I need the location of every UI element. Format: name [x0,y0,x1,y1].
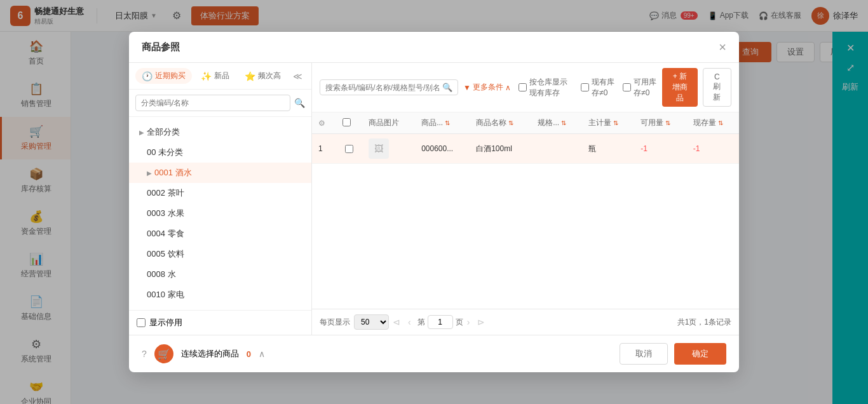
sort-icon-spec: ⇅ [561,119,566,126]
td-image: 🖼 [362,134,416,164]
th-code[interactable]: 商品...⇅ [415,112,470,134]
cat-item-all[interactable]: ▶ 全部分类 [129,122,311,142]
th-spec[interactable]: 规格...⇅ [531,112,582,134]
tab-frequent[interactable]: ⭐ 频次高 [238,68,287,84]
filter-checkboxes: 按仓库显示现有库存 现有库存≠0 可用库存≠0 [519,77,657,98]
sort-icon-name: ⇅ [508,119,513,126]
cat-label-0001: 0001 酒水 [154,167,192,178]
cb-available-stock-label: 可用库存≠0 [634,77,657,98]
help-icon[interactable]: ? [142,349,147,359]
first-page-button[interactable]: ⊲ [389,316,404,328]
category-search-icon[interactable]: 🔍 [294,98,305,108]
selected-count: 0 [247,349,251,359]
td-available: -1 [634,134,686,164]
cb-available-stock[interactable]: 可用库存≠0 [623,77,657,98]
cb-available-stock-input[interactable] [623,83,631,91]
row-checkbox[interactable] [345,145,353,153]
th-image: 商品图片 [362,112,416,134]
cat-item-0002[interactable]: 0002 茶叶 [129,183,311,203]
td-code: 000600... [415,134,470,164]
cat-label-all: 全部分类 [147,126,180,138]
cat-item-0010[interactable]: 0010 家电 [129,285,311,305]
product-search-input[interactable] [325,83,440,92]
search-icon[interactable]: 🔍 [442,83,452,92]
cb-warehouse[interactable]: 按仓库显示现有库存 [519,77,573,98]
cb-warehouse-input[interactable] [519,83,527,91]
cart-button[interactable]: 🛒 [154,344,173,363]
star-icon: ⭐ [245,71,255,81]
td-checkbox [336,134,362,164]
modal-left-panel: 🕐 近期购买 ✨ 新品 ⭐ 频次高 ≪ 🔍 ▶ [129,63,312,335]
modal-right-panel: 🔍 ▼ 更多条件 ∧ 按仓库显示现有库存 现有库存≠0 [312,63,739,335]
page-input[interactable] [428,315,453,329]
modal-header: 商品参照 × [129,32,739,63]
add-product-button[interactable]: + 新增商品 [662,68,697,107]
cb-warehouse-label: 按仓库显示现有库存 [529,77,573,98]
cat-label-0004: 0004 零食 [147,228,184,239]
cat-item-0008[interactable]: 0008 水 [129,264,311,285]
td-no: 1 [312,134,336,164]
page-label: 第 [417,317,425,328]
cancel-button[interactable]: 取消 [620,343,668,365]
cat-item-00[interactable]: 00 未分类 [129,142,311,163]
cat-label-0005: 0005 饮料 [147,248,184,260]
tab-recent-label: 近期购买 [155,71,186,81]
footer-collapse-button[interactable]: ∧ [259,349,265,359]
selected-text: 连续选择的商品 [181,348,239,360]
filter-label: 更多条件 [473,82,503,93]
product-reference-modal: 商品参照 × 🕐 近期购买 ✨ 新品 ⭐ 频次高 ≪ [129,32,739,372]
cb-nonzero-stock-input[interactable] [581,83,589,91]
cat-item-0005[interactable]: 0005 饮料 [129,244,311,264]
next-page-button[interactable]: › [463,316,474,328]
sort-icon-code: ⇅ [445,119,450,126]
th-stock[interactable]: 现存量⇅ [687,112,739,134]
th-available[interactable]: 可用量⇅ [634,112,686,134]
cat-arrow-all: ▶ [139,129,144,136]
th-name[interactable]: 商品名称⇅ [470,112,531,134]
cb-nonzero-stock[interactable]: 现有库存≠0 [581,77,615,98]
product-thumbnail: 🖼 [369,138,389,159]
category-search-input[interactable] [135,95,290,111]
show-disabled-label: 显示停用 [149,317,182,328]
product-table: ⚙ 商品图片 商品...⇅ 商品名称⇅ 规格...⇅ 主计量⇅ 可用量⇅ 现存量… [312,112,739,164]
cart-icon: 🛒 [158,348,170,360]
show-disabled-checkbox[interactable] [137,318,146,327]
tab-recent[interactable]: 🕐 近期购买 [135,68,192,84]
cat-label-0010: 0010 家电 [147,289,184,300]
modal-close-button[interactable]: × [719,41,726,53]
modal-refresh-button[interactable]: C 刷新 [703,68,731,107]
modal-body: 🕐 近期购买 ✨ 新品 ⭐ 频次高 ≪ 🔍 ▶ [129,63,739,335]
prev-page-button[interactable]: ‹ [404,316,415,328]
cat-label-0008: 0008 水 [147,269,176,280]
filter-icon: ▼ [463,83,471,92]
cat-item-0001[interactable]: ▶ 0001 酒水 [129,163,311,183]
left-collapse-button[interactable]: ≪ [290,69,305,84]
cb-nonzero-stock-label: 现有库存≠0 [592,77,615,98]
modal-footer: ? 🛒 连续选择的商品 0 ∧ 取消 确定 [129,335,739,372]
th-gear[interactable]: ⚙ [312,112,336,134]
toolbar-right: + 新增商品 C 刷新 [662,68,731,107]
sort-icon-unit: ⇅ [613,119,618,126]
category-search: 🔍 [129,90,311,117]
gear-icon[interactable]: ⚙ [318,119,325,128]
more-filter-button[interactable]: ▼ 更多条件 ∧ [463,82,511,93]
td-spec [531,134,582,164]
product-search-bar: 🔍 [320,79,458,95]
tab-frequent-label: 频次高 [258,71,281,81]
last-page-button[interactable]: ⊳ [473,316,489,328]
tab-new[interactable]: ✨ 新品 [194,68,236,84]
clock-icon: 🕐 [142,71,153,81]
cat-item-0004[interactable]: 0004 零食 [129,224,311,244]
tab-new-label: 新品 [214,71,229,81]
cat-item-0003[interactable]: 0003 水果 [129,203,311,224]
confirm-button[interactable]: 确定 [674,343,726,365]
td-stock: -1 [687,134,739,164]
sort-icon-available: ⇅ [665,119,670,126]
th-unit[interactable]: 主计量⇅ [582,112,634,134]
per-page-select[interactable]: 50 100 [354,314,389,330]
cat-label-0003: 0003 水果 [147,208,184,219]
select-all-checkbox[interactable] [342,118,351,126]
modal-toolbar: 🔍 ▼ 更多条件 ∧ 按仓库显示现有库存 现有库存≠0 [312,63,739,112]
footer-buttons: 取消 确定 [620,343,726,365]
table-row[interactable]: 1 🖼 000600... 白酒100ml 瓶 -1 [312,134,739,164]
